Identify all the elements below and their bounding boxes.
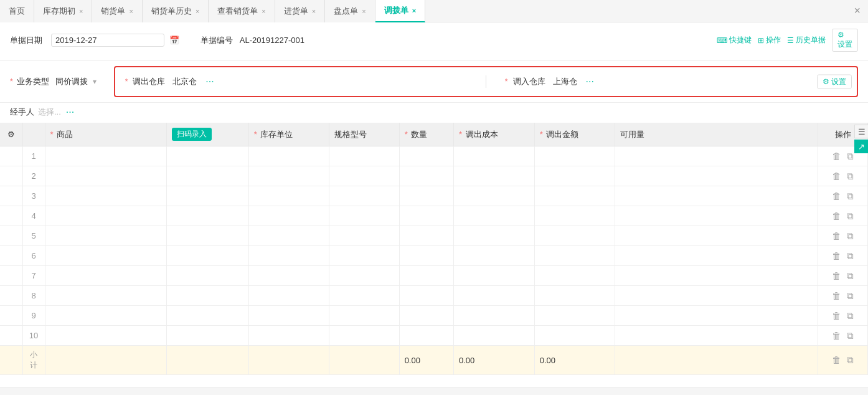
row-product[interactable] bbox=[45, 206, 166, 226]
settings-button[interactable]: ⚙ 设置 bbox=[832, 29, 858, 52]
subtotal-delete-icon[interactable]: 🗑 bbox=[832, 355, 841, 365]
person-select[interactable]: 选择... bbox=[38, 107, 61, 118]
row-product[interactable] bbox=[45, 326, 166, 346]
date-input[interactable] bbox=[51, 34, 164, 47]
subtotal-available bbox=[615, 346, 818, 375]
row-copy-icon[interactable]: ⧉ bbox=[847, 330, 854, 341]
calendar-icon[interactable]: 📅 bbox=[169, 36, 179, 45]
row-product[interactable] bbox=[45, 286, 166, 306]
biz-type-dropdown-icon[interactable]: ▾ bbox=[93, 77, 97, 86]
row-delete-icon[interactable]: 🗑 bbox=[832, 270, 841, 281]
right-panel-list-icon[interactable]: ☰ bbox=[854, 125, 868, 138]
row-qty[interactable] bbox=[399, 306, 453, 326]
row-product[interactable] bbox=[45, 226, 166, 246]
tab-home[interactable]: 首页 bbox=[0, 0, 34, 22]
right-panel-export-icon[interactable]: ↗ bbox=[854, 140, 868, 153]
gear-col-header[interactable]: ⚙ bbox=[0, 123, 22, 146]
row-qty[interactable] bbox=[399, 206, 453, 226]
operations-btn[interactable]: ⊞ 操作 bbox=[758, 35, 781, 45]
row-amount bbox=[534, 326, 615, 346]
row-qty[interactable] bbox=[399, 226, 453, 246]
row-qty[interactable] bbox=[399, 326, 453, 346]
tab-view-sales-label: 查看销货单 bbox=[217, 6, 258, 17]
row-product[interactable] bbox=[45, 306, 166, 326]
tab-stocktake[interactable]: 盘点单 × bbox=[325, 0, 375, 22]
row-product[interactable] bbox=[45, 186, 166, 206]
row-copy-icon[interactable]: ⧉ bbox=[847, 250, 854, 261]
row-delete-icon[interactable]: 🗑 bbox=[832, 191, 841, 201]
biz-type-value[interactable]: 同价调拨 bbox=[55, 76, 88, 87]
row-gear bbox=[0, 306, 22, 326]
row-scan bbox=[166, 306, 248, 326]
warehouse-settings-button[interactable]: ⚙ 设置 bbox=[817, 75, 852, 89]
row-delete-icon[interactable]: 🗑 bbox=[832, 290, 841, 301]
row-delete-icon[interactable]: 🗑 bbox=[832, 211, 841, 221]
row-scan bbox=[166, 326, 248, 346]
row-qty[interactable] bbox=[399, 166, 453, 186]
row-copy-icon[interactable]: ⧉ bbox=[847, 211, 854, 221]
row-copy-icon[interactable]: ⧉ bbox=[847, 171, 854, 181]
doc-num-value: AL-20191227-001 bbox=[240, 36, 304, 45]
tab-view-sales-close[interactable]: × bbox=[262, 7, 265, 15]
transfer-out-more[interactable]: ··· bbox=[205, 76, 214, 87]
tab-transfer-close[interactable]: × bbox=[412, 7, 416, 14]
row-delete-icon[interactable]: 🗑 bbox=[832, 330, 841, 341]
row-qty[interactable] bbox=[399, 246, 453, 266]
table-scroll-area[interactable]: ⚙ * 商品 扫码录入 * 库存单位 规格型号 bbox=[0, 123, 868, 388]
row-product[interactable] bbox=[45, 266, 166, 286]
row-qty[interactable] bbox=[399, 266, 453, 286]
tab-transfer[interactable]: 调拨单 × bbox=[375, 0, 425, 22]
tab-sales-history-close[interactable]: × bbox=[196, 7, 199, 15]
scan-button[interactable]: 扫码录入 bbox=[172, 128, 212, 141]
row-num: 8 bbox=[22, 286, 45, 306]
row-copy-icon[interactable]: ⧉ bbox=[847, 310, 854, 321]
row-qty[interactable] bbox=[399, 146, 453, 166]
transfer-out-label: 调出仓库 bbox=[133, 76, 165, 87]
row-copy-icon[interactable]: ⧉ bbox=[847, 290, 854, 301]
subtotal-copy-icon[interactable]: ⧉ bbox=[847, 355, 854, 365]
subtotal-unit bbox=[248, 346, 329, 375]
row-delete-icon[interactable]: 🗑 bbox=[832, 231, 841, 241]
operations-icon: ⊞ bbox=[758, 36, 764, 45]
tab-inventory-init[interactable]: 库存期初 × bbox=[34, 0, 92, 22]
row-product[interactable] bbox=[45, 166, 166, 186]
tab-sales-history[interactable]: 销货单历史 × bbox=[143, 0, 209, 22]
row-copy-icon[interactable]: ⧉ bbox=[847, 231, 854, 241]
row-amount bbox=[534, 146, 615, 166]
tab-purchase[interactable]: 进货单 × bbox=[275, 0, 325, 22]
table-row: 8 🗑 ⧉ bbox=[0, 286, 868, 306]
row-delete-icon[interactable]: 🗑 bbox=[832, 310, 841, 321]
gear-icon[interactable]: ⚙ bbox=[7, 130, 15, 139]
person-more[interactable]: ··· bbox=[66, 107, 74, 118]
tab-inventory-init-close[interactable]: × bbox=[79, 7, 83, 15]
row-delete-icon[interactable]: 🗑 bbox=[832, 250, 841, 261]
table-row: 1 🗑 ⧉ bbox=[0, 146, 868, 166]
transfer-in-field: * 调入仓库 上海仓 ··· bbox=[505, 76, 847, 87]
row-op: 🗑 ⧉ bbox=[818, 286, 868, 306]
spec-label: 规格型号 bbox=[334, 130, 367, 139]
row-delete-icon[interactable]: 🗑 bbox=[832, 151, 841, 161]
tab-view-sales[interactable]: 查看销货单 × bbox=[209, 0, 275, 22]
tab-purchase-close[interactable]: × bbox=[312, 7, 316, 15]
row-product[interactable] bbox=[45, 246, 166, 266]
transfer-in-more[interactable]: ··· bbox=[586, 76, 594, 87]
subtotal-gear[interactable] bbox=[0, 346, 22, 375]
row-qty[interactable] bbox=[399, 286, 453, 306]
transfer-in-required: * bbox=[505, 77, 508, 86]
row-copy-icon[interactable]: ⧉ bbox=[847, 151, 854, 161]
row-cost bbox=[454, 226, 535, 246]
tab-sales-order-close[interactable]: × bbox=[129, 7, 133, 15]
row-delete-icon[interactable]: 🗑 bbox=[832, 171, 841, 181]
horizontal-scrollbar[interactable] bbox=[0, 388, 868, 395]
history-btn[interactable]: ☰ 历史单据 bbox=[787, 35, 826, 45]
row-copy-icon[interactable]: ⧉ bbox=[847, 191, 854, 201]
row-copy-icon[interactable]: ⧉ bbox=[847, 270, 854, 281]
row-qty[interactable] bbox=[399, 186, 453, 206]
row-product[interactable] bbox=[45, 146, 166, 166]
tab-stocktake-close[interactable]: × bbox=[362, 7, 366, 15]
shortcuts-btn[interactable]: ⌨ 快捷键 bbox=[717, 35, 752, 45]
window-close-button[interactable]: × bbox=[854, 4, 868, 17]
row-scan bbox=[166, 286, 248, 306]
tab-sales-order[interactable]: 销货单 × bbox=[92, 0, 142, 22]
row-unit bbox=[248, 186, 329, 206]
